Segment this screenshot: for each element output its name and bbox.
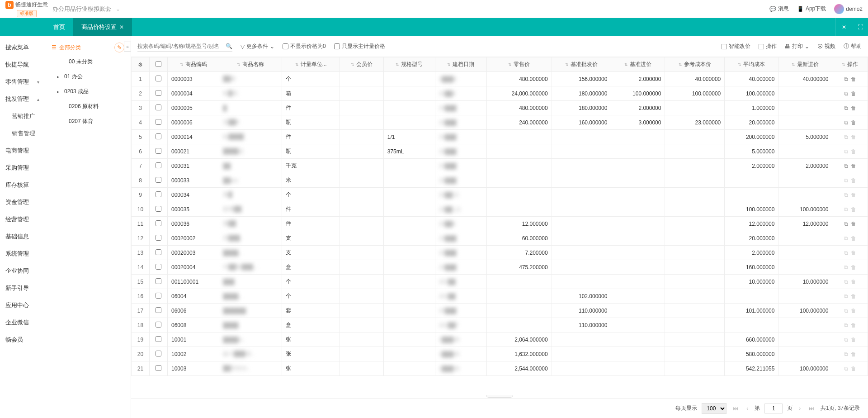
- table-row[interactable]: 1806008████盒202██7110.000000⧉🗑: [132, 318, 868, 332]
- row-checkbox[interactable]: [156, 191, 161, 197]
- tree-item[interactable]: ▸0203 成品: [49, 84, 127, 99]
- delete-icon[interactable]: 🗑: [851, 134, 856, 140]
- sidebar-item[interactable]: 经营管理: [0, 211, 45, 228]
- table-row[interactable]: 15001100001███个202██10.00000010.000000⧉🗑: [132, 275, 868, 289]
- col-header[interactable]: ⇅参考成本价: [665, 57, 725, 72]
- delete-icon[interactable]: 🗑: [851, 293, 856, 299]
- row-checkbox[interactable]: [156, 322, 161, 328]
- row-checkbox[interactable]: [156, 104, 161, 110]
- tree-item[interactable]: 00 未分类: [49, 54, 127, 69]
- hide-zero-checkbox[interactable]: 不显示价格为0: [283, 43, 326, 50]
- sidebar-item[interactable]: 基础信息: [0, 228, 45, 245]
- col-header[interactable]: ⇅基准进价: [611, 57, 665, 72]
- edit-category-icon[interactable]: ✎: [114, 43, 124, 52]
- delete-icon[interactable]: 🗑: [851, 235, 856, 242]
- col-header[interactable]: ⇅零售价: [486, 57, 552, 72]
- row-checkbox[interactable]: [156, 76, 161, 81]
- table-row[interactable]: 8000033██est米20███⧉🗑: [132, 173, 868, 188]
- copy-icon[interactable]: ⧉: [844, 279, 848, 285]
- copy-icon[interactable]: ⧉: [844, 192, 848, 198]
- more-filters[interactable]: ▽更多条件⌄: [241, 43, 274, 50]
- table-row[interactable]: 1910001████A..张2███052,064.000000660.000…: [132, 332, 868, 347]
- sidebar-item[interactable]: 应用中心: [0, 297, 45, 314]
- col-header[interactable]: ⇅操作: [832, 57, 868, 72]
- copy-icon[interactable]: ⧉: [844, 293, 848, 299]
- row-checkbox[interactable]: [156, 119, 161, 125]
- copy-icon[interactable]: ⧉: [844, 119, 848, 126]
- table-wrap[interactable]: ⚙⇅商品编码⇅商品名称⇅计量单位...⇅会员价⇅规格型号⇅建档日期⇅零售价⇅基准…: [131, 57, 868, 394]
- row-checkbox[interactable]: [156, 365, 161, 371]
- delete-icon[interactable]: 🗑: [851, 366, 856, 372]
- row-checkbox[interactable]: [156, 162, 161, 168]
- tree-root[interactable]: ☰ 全部分类 ✎: [49, 41, 127, 54]
- copy-icon[interactable]: ⧉: [844, 351, 848, 357]
- row-checkbox[interactable]: [156, 336, 161, 342]
- delete-icon[interactable]: 🗑: [851, 163, 856, 169]
- delete-icon[interactable]: 🗑: [851, 148, 856, 155]
- table-row[interactable]: 50000014杜████件1/120███200.0000005.000000…: [132, 130, 868, 144]
- table-row[interactable]: 2010002扬力███谐..张2███051,632.000000580.00…: [132, 347, 868, 361]
- sidebar-item[interactable]: 企业微信: [0, 314, 45, 331]
- col-header[interactable]: ⇅基准批发价: [552, 57, 611, 72]
- delete-icon[interactable]: 🗑: [851, 177, 856, 184]
- chevron-down-icon[interactable]: ⌄: [116, 6, 120, 12]
- search-input[interactable]: [137, 43, 226, 49]
- table-row[interactable]: 1606004████..个202██102.000000⧉🗑: [132, 289, 868, 304]
- delete-icon[interactable]: 🗑: [851, 250, 856, 256]
- copy-icon[interactable]: ⧉: [844, 177, 848, 184]
- account-name[interactable]: 办公用品行业模拟账套: [52, 5, 111, 13]
- sidebar-item[interactable]: 批发管理▴: [0, 90, 45, 108]
- first-page-icon[interactable]: ⏮: [731, 405, 740, 412]
- row-checkbox[interactable]: [156, 278, 161, 284]
- row-checkbox[interactable]: [156, 148, 161, 154]
- delete-icon[interactable]: 🗑: [851, 279, 856, 285]
- row-checkbox[interactable]: [156, 249, 161, 255]
- col-header[interactable]: ⇅商品编码: [168, 57, 219, 72]
- delete-icon[interactable]: 🗑: [851, 221, 856, 227]
- copy-icon[interactable]: ⧉: [844, 337, 848, 343]
- table-row[interactable]: 20000004收█纸箱20██824,000.000000180.000000…: [132, 86, 868, 101]
- copy-icon[interactable]: ⧉: [844, 148, 848, 155]
- collapse-tree-icon[interactable]: «: [124, 42, 131, 52]
- search-icon[interactable]: 🔍: [226, 43, 232, 49]
- copy-icon[interactable]: ⧉: [844, 105, 848, 111]
- delete-icon[interactable]: 🗑: [851, 322, 856, 328]
- page-input[interactable]: [764, 404, 783, 413]
- copy-icon[interactable]: ⧉: [844, 308, 848, 314]
- tree-item[interactable]: 0207 体育: [49, 114, 127, 129]
- col-header[interactable]: ⇅平均成本: [725, 57, 778, 72]
- table-row[interactable]: 2110003██所持办..张2███052,544.000000542.211…: [132, 361, 868, 376]
- close-all-tabs[interactable]: ✕: [835, 18, 852, 36]
- col-header[interactable]: ⇅商品名称: [219, 57, 282, 72]
- copy-icon[interactable]: ⧉: [844, 76, 848, 82]
- last-page-icon[interactable]: ⏭: [807, 405, 816, 412]
- sidebar-item[interactable]: 电商管理: [0, 142, 45, 159]
- messages-button[interactable]: 💬消息: [769, 5, 789, 13]
- main-unit-only-checkbox[interactable]: 只显示主计量价格: [334, 43, 385, 50]
- col-header[interactable]: ⇅规格型号: [383, 57, 435, 72]
- row-checkbox[interactable]: [156, 235, 161, 241]
- table-row[interactable]: 10000035玻璃██件20██-13100.000000100.000000…: [132, 202, 868, 217]
- row-checkbox[interactable]: [156, 90, 161, 96]
- col-header[interactable]: ⇅计量单位...: [282, 57, 340, 72]
- table-row[interactable]: 40000006洗██K瓶20███240.000000160.0000003.…: [132, 115, 868, 130]
- delete-icon[interactable]: 🗑: [851, 337, 856, 343]
- delete-icon[interactable]: 🗑: [851, 192, 856, 198]
- table-row[interactable]: 7000031██千克20███2.0000002.000000⧉🗑: [132, 159, 868, 173]
- user-menu[interactable]: demo2: [834, 4, 863, 14]
- delete-icon[interactable]: 🗑: [851, 105, 856, 111]
- close-icon[interactable]: ✕: [119, 24, 124, 30]
- smart-price-button[interactable]: 智能改价: [722, 43, 750, 50]
- col-header[interactable]: ⇅会员价: [340, 57, 383, 72]
- sidebar-item[interactable]: 销售管理: [0, 125, 45, 142]
- copy-icon[interactable]: ⧉: [844, 235, 848, 242]
- col-checkbox-all[interactable]: [150, 57, 168, 72]
- col-header[interactable]: ⇅最新进价: [778, 57, 832, 72]
- table-row[interactable]: 9000034奥█个20██23⧉🗑: [132, 188, 868, 202]
- table-row[interactable]: 1200020002得███.支20███60.00000020.000000⧉…: [132, 231, 868, 246]
- col-settings[interactable]: ⚙: [132, 57, 150, 72]
- row-checkbox[interactable]: [156, 293, 161, 299]
- sidebar-item[interactable]: 库存核算: [0, 176, 45, 194]
- app-download-button[interactable]: 📱App下载: [797, 5, 826, 13]
- sidebar-item[interactable]: 快捷导航: [0, 56, 45, 73]
